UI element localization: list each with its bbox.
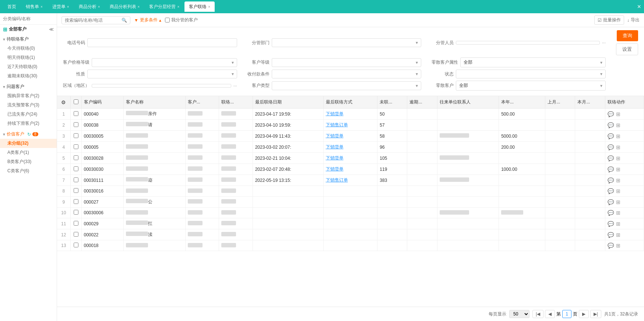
row-checkbox-cell[interactable] [70, 197, 81, 208]
tab-customer-management[interactable]: 客户分层经营 × [145, 1, 184, 12]
my-customers-filter[interactable]: 我分管的客户 [165, 17, 198, 23]
row-last-method[interactable] [323, 229, 377, 240]
tab-product-analysis-close[interactable]: × [98, 5, 100, 9]
row-checkbox[interactable] [74, 232, 78, 237]
row-checkbox-cell[interactable] [70, 142, 81, 153]
last-method-link[interactable]: 下销货单 [326, 133, 344, 138]
row-checkbox[interactable] [74, 188, 78, 193]
manager-select[interactable] [456, 41, 600, 45]
last-method-link[interactable]: 下销售订单 [326, 122, 348, 127]
row-checkbox[interactable] [74, 210, 78, 215]
row-checkbox[interactable] [74, 133, 78, 138]
payment-select[interactable] [272, 70, 422, 78]
export-button[interactable]: ↓ 导出 [627, 15, 640, 25]
message-icon[interactable]: 💬 [608, 243, 614, 248]
row-last-method[interactable]: 下销货单 [323, 131, 377, 142]
message-icon[interactable]: 💬 [608, 221, 614, 227]
filter-search-box[interactable]: 🔍 [61, 16, 130, 24]
next-page-button[interactable]: ▶ [579, 310, 589, 318]
row-checkbox[interactable] [74, 199, 78, 204]
grid-action-icon[interactable]: ⊞ [616, 221, 620, 227]
tab-purchase-close[interactable]: × [67, 5, 69, 9]
tab-product-analysis[interactable]: 商品分析 × [74, 1, 105, 12]
tab-customer-contact[interactable]: 客户联络 × [184, 1, 215, 12]
query-button[interactable]: 查询 [617, 30, 638, 41]
row-action[interactable]: 💬⊞ [605, 197, 644, 208]
row-action[interactable]: 💬⊞ [605, 186, 644, 197]
collapse-icon[interactable]: ≪ [49, 27, 54, 32]
message-icon[interactable]: 💬 [608, 111, 614, 117]
row-action[interactable]: 💬⊞ [605, 229, 644, 240]
row-checkbox-cell[interactable] [70, 218, 81, 229]
my-customers-checkbox[interactable] [165, 18, 170, 22]
row-action[interactable]: 💬⊞ [605, 175, 644, 186]
row-checkbox[interactable] [74, 221, 78, 226]
sidebar-item-overdue[interactable]: 逾期未联络(30) [0, 71, 57, 81]
message-icon[interactable]: 💬 [608, 199, 614, 205]
nature-select[interactable] [87, 70, 237, 78]
last-method-link[interactable]: 下销货单 [326, 155, 344, 160]
row-action[interactable]: 💬⊞ [605, 218, 644, 229]
row-checkbox[interactable] [74, 144, 78, 149]
reset-button[interactable]: 设置 [616, 43, 638, 55]
row-action[interactable]: 💬⊞ [605, 120, 644, 131]
row-last-method[interactable]: 下销售订单 [323, 175, 377, 186]
sidebar-item-b-class[interactable]: B类客户(33) [0, 157, 57, 166]
row-action[interactable]: 💬⊞ [605, 240, 644, 251]
message-icon[interactable]: 💬 [608, 232, 614, 238]
grid-action-icon[interactable]: ⊞ [616, 166, 620, 172]
row-checkbox-cell[interactable] [70, 153, 81, 164]
prev-page-button[interactable]: ◀ [545, 310, 555, 318]
sidebar-group-pending-title[interactable]: ▾ 待联络客户 [0, 35, 57, 44]
row-checkbox[interactable] [74, 122, 78, 127]
last-method-link[interactable]: 下销货单 [326, 166, 344, 172]
sidebar-group-value-title[interactable]: ▾ 价值客户 ↻ 8 [0, 130, 57, 139]
per-page-select[interactable]: 50 20 100 [509, 310, 529, 318]
tab-purchase[interactable]: 进货单 × [48, 1, 74, 12]
row-checkbox[interactable] [74, 243, 78, 247]
last-page-button[interactable]: ▶| [590, 310, 601, 318]
row-checkbox-cell[interactable] [70, 208, 81, 218]
grid-action-icon[interactable]: ⊞ [616, 111, 620, 117]
row-last-method[interactable] [323, 218, 377, 229]
row-checkbox[interactable] [74, 166, 78, 171]
price-level-select[interactable] [92, 58, 237, 67]
filter-more-btn[interactable]: ▼ 更多条件 [134, 17, 161, 23]
row-checkbox-cell[interactable] [70, 229, 81, 240]
first-page-button[interactable]: |◀ [532, 310, 543, 318]
sidebar-item-7days[interactable]: 近7天待联络(0) [0, 62, 57, 71]
status-select[interactable] [456, 70, 606, 78]
last-method-link[interactable]: 下销货单 [326, 144, 344, 149]
filter-search-input[interactable] [65, 18, 120, 23]
row-action[interactable]: 💬⊞ [605, 142, 644, 153]
message-icon[interactable]: 💬 [608, 133, 614, 139]
cust-type-select[interactable] [272, 81, 422, 90]
message-icon[interactable]: 💬 [608, 122, 614, 128]
manager-dots[interactable]: ··· [602, 40, 606, 45]
grid-action-icon[interactable]: ⊞ [616, 210, 620, 216]
grid-action-icon[interactable]: ⊞ [616, 232, 620, 238]
sidebar-item-churned[interactable]: 已流失客户(24) [0, 110, 57, 119]
last-method-link[interactable]: 下销售订单 [326, 177, 348, 183]
row-last-method[interactable] [323, 240, 377, 251]
sidebar-item-declining[interactable]: 持续下滑客户(2) [0, 119, 57, 128]
sidebar-group-problem-title[interactable]: ▾ 问题客户 [0, 82, 57, 91]
grid-action-icon[interactable]: ⊞ [616, 188, 620, 194]
message-icon[interactable]: 💬 [608, 210, 614, 216]
row-checkbox[interactable] [74, 111, 78, 116]
row-checkbox-cell[interactable] [70, 164, 81, 175]
row-checkbox-cell[interactable] [70, 131, 81, 142]
refresh-icon[interactable]: ↻ [27, 132, 31, 137]
col-check[interactable] [70, 96, 81, 109]
grid-action-icon[interactable]: ⊞ [616, 177, 620, 183]
current-page[interactable]: 1 [562, 310, 571, 318]
grid-action-icon[interactable]: ⊞ [616, 155, 620, 161]
grid-action-icon[interactable]: ⊞ [616, 122, 620, 128]
phone-input[interactable] [87, 38, 237, 47]
sidebar-item-a-class[interactable]: A类客户(1) [0, 148, 57, 157]
row-checkbox-cell[interactable] [70, 120, 81, 131]
dept-select[interactable] [272, 38, 422, 47]
tab-product-list-close[interactable]: × [138, 5, 140, 9]
col-settings[interactable]: ⚙ [57, 96, 70, 109]
settings-gear-icon[interactable]: ⚙ [61, 99, 66, 105]
